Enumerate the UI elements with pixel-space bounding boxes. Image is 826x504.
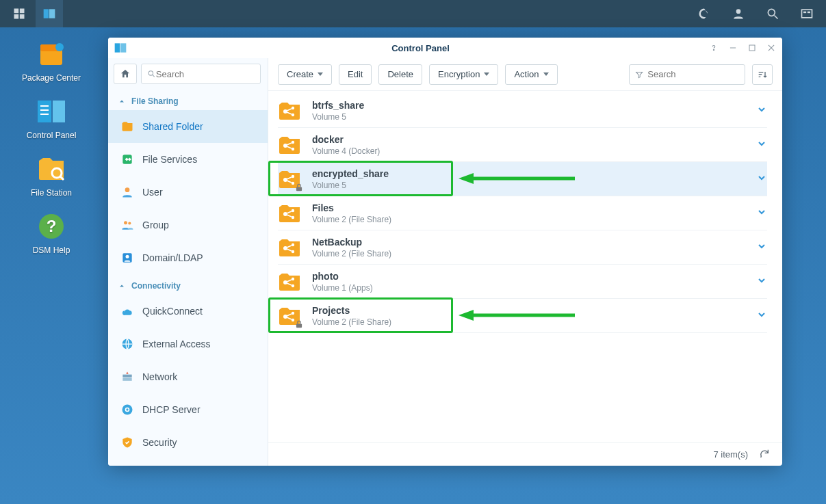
chevron-down-icon[interactable]	[756, 172, 767, 186]
chevron-down-icon[interactable]	[756, 138, 767, 152]
edit-button[interactable]: Edit	[339, 64, 372, 85]
folder-row[interactable]: FilesVolume 2 (File Share)	[278, 196, 767, 230]
svg-point-58	[283, 178, 287, 182]
toolbar-search-input[interactable]	[647, 69, 739, 79]
sidebar-item-security[interactable]: Security	[108, 426, 268, 459]
sidebar-item-label: File Services	[142, 154, 197, 165]
help-button[interactable]	[708, 42, 719, 53]
svg-point-54	[292, 140, 294, 143]
sidebar-search[interactable]	[141, 64, 261, 84]
chevron-down-icon	[318, 72, 323, 76]
sidebar-group-header[interactable]: Connectivity	[108, 274, 268, 295]
desktop-label: Control Panel	[27, 131, 77, 140]
control-panel-window: Control Panel File SharingShared FolderF…	[108, 38, 782, 466]
chevron-down-icon[interactable]	[756, 241, 767, 254]
svg-rect-28	[749, 45, 755, 51]
svg-point-69	[283, 246, 287, 250]
folder-volume: Volume 4 (Docker)	[312, 146, 380, 156]
folder-name: encrypted_share	[312, 168, 389, 179]
svg-line-8	[775, 16, 778, 19]
folder-icon	[278, 135, 301, 155]
desktop-label: Package Center	[22, 73, 81, 83]
sidebar-item-group[interactable]: Group	[108, 209, 268, 241]
delete-button[interactable]: Delete	[378, 64, 422, 85]
chevron-down-icon[interactable]	[756, 275, 767, 289]
quickconnect-icon	[120, 304, 134, 318]
sidebar-group-header[interactable]: File Sharing	[108, 90, 268, 110]
minimize-button[interactable]	[727, 42, 738, 53]
sidebar-item-label: DHCP Server	[142, 404, 201, 415]
folder-row[interactable]: dockerVolume 4 (Docker)	[278, 128, 767, 162]
security-icon	[120, 436, 134, 449]
task-control-panel[interactable]	[36, 0, 63, 27]
folder-row[interactable]: encrypted_shareVolume 5	[278, 162, 767, 196]
user-icon	[120, 185, 134, 199]
folder-list: btrfs_shareVolume 5dockerVolume 4 (Docke…	[268, 91, 782, 442]
sidebar-item-external-access[interactable]: External Access	[108, 328, 268, 360]
svg-point-66	[292, 215, 294, 218]
sidebar-item-label: Network	[142, 371, 177, 382]
maximize-button[interactable]	[747, 42, 758, 53]
widgets-icon[interactable]	[793, 0, 821, 27]
desktop-control-panel[interactable]: Control Panel	[27, 95, 77, 140]
svg-point-38	[126, 255, 129, 258]
svg-rect-3	[20, 14, 25, 19]
svg-rect-25	[120, 43, 126, 52]
sidebar-item-dhcp-server[interactable]: DHCP Server	[108, 393, 268, 426]
home-button[interactable]	[114, 64, 137, 84]
svg-rect-16	[53, 101, 65, 122]
folder-row[interactable]: btrfs_shareVolume 5	[278, 94, 767, 128]
svg-rect-63	[296, 187, 302, 191]
toolbar-search[interactable]	[629, 64, 745, 85]
svg-point-48	[283, 109, 287, 114]
folder-name: Projects	[312, 305, 391, 316]
action-button[interactable]: Action	[505, 64, 557, 85]
encryption-button[interactable]: Encryption	[429, 64, 498, 85]
sidebar-item-user[interactable]: User	[108, 176, 268, 209]
folder-icon	[278, 238, 301, 257]
svg-point-64	[283, 212, 287, 216]
svg-rect-11	[808, 12, 810, 14]
svg-rect-0	[14, 9, 19, 14]
folder-name: photo	[312, 271, 373, 282]
sidebar-item-shared-folder[interactable]: Shared Folder	[108, 110, 268, 143]
folder-volume: Volume 5	[312, 181, 389, 190]
folder-row[interactable]: photoVolume 1 (Apps)	[278, 265, 767, 299]
close-button[interactable]	[766, 42, 777, 53]
desktop-dsm-help[interactable]: ? DSM Help	[33, 210, 70, 255]
sidebar-item-domain-ldap[interactable]: Domain/LDAP	[108, 241, 268, 274]
sidebar-item-quickconnect[interactable]: QuickConnect	[108, 295, 268, 328]
toolbar: Create Edit Delete Encryption Action	[268, 58, 782, 91]
domain-icon	[120, 251, 134, 265]
desktop-label: DSM Help	[33, 246, 70, 255]
desktop-label: File Station	[31, 188, 72, 198]
refresh-button[interactable]	[759, 448, 770, 461]
svg-line-32	[153, 75, 155, 77]
chevron-down-icon[interactable]	[756, 104, 767, 118]
sidebar-item-network[interactable]: Network	[108, 360, 268, 393]
chevron-down-icon[interactable]	[756, 207, 767, 220]
window-title: Control Panel	[133, 43, 708, 53]
folder-row[interactable]: ProjectsVolume 2 (File Share)	[278, 299, 767, 333]
folder-icon	[278, 204, 301, 223]
folder-icon	[278, 306, 301, 326]
search-icon[interactable]	[759, 0, 786, 27]
svg-point-80	[292, 311, 294, 314]
main-menu-button[interactable]	[5, 0, 33, 27]
chevron-down-icon	[543, 72, 549, 76]
chevron-down-icon[interactable]	[756, 309, 767, 323]
notifications-icon[interactable]	[691, 0, 718, 27]
desktop-file-station[interactable]: File Station	[31, 152, 72, 198]
svg-point-65	[292, 209, 294, 211]
svg-point-7	[768, 9, 775, 16]
desktop-package-center[interactable]: Package Center	[22, 38, 81, 83]
titlebar: Control Panel	[108, 38, 782, 58]
folder-icon	[278, 101, 301, 120]
folder-row[interactable]: NetBackupVolume 2 (File Share)	[278, 230, 767, 265]
sidebar-search-input[interactable]	[156, 69, 255, 79]
account-icon[interactable]	[725, 0, 752, 27]
group-icon	[120, 218, 134, 232]
sort-button[interactable]	[752, 64, 773, 85]
sidebar-item-file-services[interactable]: File Services	[108, 143, 268, 176]
create-button[interactable]: Create	[278, 64, 332, 85]
